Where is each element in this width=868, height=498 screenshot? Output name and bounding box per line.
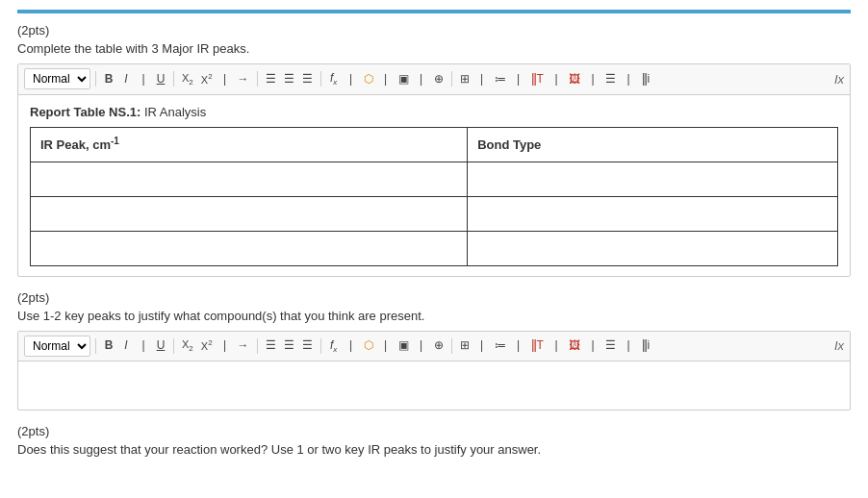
section2-pts: (2pts) xyxy=(17,290,851,305)
list4-btn-1[interactable]: ǁi xyxy=(638,69,653,89)
section1-pts: (2pts) xyxy=(17,23,851,37)
pipe7: | xyxy=(511,69,526,89)
list3-btn-1[interactable]: ☰ xyxy=(602,69,619,89)
table-row xyxy=(31,162,838,196)
report-title: Report Table NS.1: IR Analysis xyxy=(30,105,838,119)
list1-btn-1[interactable]: ≔ xyxy=(492,69,509,89)
section3-instruction: Does this suggest that your reaction wor… xyxy=(17,442,851,457)
pipe10b: | xyxy=(621,336,636,356)
indent2-btn-2[interactable]: ☰ xyxy=(281,336,297,356)
section3: (2pts) Does this suggest that your react… xyxy=(17,424,851,457)
table-row xyxy=(31,231,838,265)
sup-btn-2[interactable]: X2 xyxy=(198,336,216,356)
pipe3b: | xyxy=(344,336,359,356)
sep4b xyxy=(320,338,321,354)
arrow-btn-1[interactable]: → xyxy=(235,69,252,89)
list1-btn-2[interactable]: ≔ xyxy=(492,336,509,356)
pipe6b: | xyxy=(474,336,490,356)
list2-btn-1[interactable]: ǁT xyxy=(528,69,547,89)
sep5b xyxy=(451,338,452,354)
pipe4b: | xyxy=(378,336,394,356)
section2-editor: Normal B I | U X2 X2 | → ☰ ☰ ☰ fx | ⬡ | … xyxy=(17,331,851,411)
sep4 xyxy=(320,71,321,87)
indent2-btn-1[interactable]: ☰ xyxy=(281,69,297,89)
photo-btn-1[interactable]: 🖼 xyxy=(566,69,583,89)
section2-toolbar: Normal B I | U X2 X2 | → ☰ ☰ ☰ fx | ⬡ | … xyxy=(18,332,850,362)
fx-btn-2[interactable]: fx xyxy=(326,336,342,358)
sep5 xyxy=(451,71,452,87)
section1-instruction: Complete the table with 3 Major IR peaks… xyxy=(17,41,851,56)
indent1-btn-2[interactable]: ☰ xyxy=(263,336,279,356)
section2-content[interactable] xyxy=(18,361,850,410)
sup-btn-1[interactable]: X2 xyxy=(198,69,216,89)
report-title-bold: Report Table NS.1: xyxy=(30,105,140,119)
list4-btn-2[interactable]: ǁi xyxy=(638,336,653,356)
italic-btn-1[interactable]: I xyxy=(118,69,134,89)
pipe9b: | xyxy=(585,336,600,356)
link-btn-1[interactable]: ⊕ xyxy=(431,69,447,89)
report-title-normal: IR Analysis xyxy=(140,105,206,119)
table-btn-2[interactable]: ⊞ xyxy=(457,336,472,356)
pipe7b: | xyxy=(511,336,526,356)
pipe6: | xyxy=(474,69,490,89)
pipe2: | xyxy=(217,69,233,89)
list3-btn-2[interactable]: ☰ xyxy=(602,336,619,356)
pipe5b: | xyxy=(414,336,429,356)
indent3-btn-1[interactable]: ☰ xyxy=(299,69,316,89)
sub-btn-1[interactable]: X2 xyxy=(179,69,196,89)
sep2 xyxy=(173,71,174,87)
pipe8: | xyxy=(549,69,564,89)
cell-row2-col1[interactable] xyxy=(31,196,468,231)
clear-btn-1[interactable]: Ix xyxy=(834,72,844,87)
bold-btn-2[interactable]: B xyxy=(101,336,116,356)
bold-btn-1[interactable]: B xyxy=(101,69,116,89)
pipe5: | xyxy=(414,69,429,89)
cell-row2-col2[interactable] xyxy=(468,196,838,231)
pipe3: | xyxy=(344,69,359,89)
indent3-btn-2[interactable]: ☰ xyxy=(299,336,316,356)
image-btn-2[interactable]: ▣ xyxy=(396,336,412,356)
style-select-2[interactable]: Normal xyxy=(24,336,90,357)
chain-btn-1[interactable]: ⬡ xyxy=(361,69,376,89)
list2-btn-2[interactable]: ǁT xyxy=(528,336,547,356)
fx-btn-1[interactable]: fx xyxy=(326,68,342,90)
section3-pts: (2pts) xyxy=(17,424,851,438)
col2-header: Bond Type xyxy=(468,127,838,162)
section1-editor: Normal B I | U X2 X2 | → ☰ ☰ ☰ fx | ⬡ | … xyxy=(17,63,851,277)
sub-btn-2[interactable]: X2 xyxy=(179,336,196,356)
col1-sup: -1 xyxy=(111,136,119,146)
photo-btn-2[interactable]: 🖼 xyxy=(566,336,583,356)
section1-content[interactable]: Report Table NS.1: IR Analysis IR Peak, … xyxy=(18,95,850,276)
section2-instruction: Use 1-2 key peaks to justify what compou… xyxy=(17,309,851,323)
cell-row3-col2[interactable] xyxy=(468,231,838,265)
sep1 xyxy=(95,71,96,87)
style-select-1[interactable]: Normal xyxy=(24,68,90,89)
italic-btn-2[interactable]: I xyxy=(118,336,134,356)
table-btn-1[interactable]: ⊞ xyxy=(457,69,472,89)
image-btn-1[interactable]: ▣ xyxy=(396,69,412,89)
sep-pipe-1: | xyxy=(136,69,151,89)
sep3 xyxy=(257,71,258,87)
section1: (2pts) Complete the table with 3 Major I… xyxy=(17,23,851,277)
col1-label: IR Peak, cm xyxy=(40,138,111,153)
link-btn-2[interactable]: ⊕ xyxy=(431,336,447,356)
pipe4: | xyxy=(378,69,394,89)
pipe2b: | xyxy=(217,336,233,356)
indent1-btn-1[interactable]: ☰ xyxy=(263,69,279,89)
cell-row1-col2[interactable] xyxy=(468,162,838,196)
sep-pipe-2: | xyxy=(136,336,151,356)
sep2b xyxy=(173,338,174,354)
ir-table: IR Peak, cm-1 Bond Type xyxy=(30,127,838,266)
section1-toolbar: Normal B I | U X2 X2 | → ☰ ☰ ☰ fx | ⬡ | … xyxy=(18,64,850,95)
cell-row1-col1[interactable] xyxy=(31,162,468,196)
pipe10: | xyxy=(621,69,636,89)
cell-row3-col1[interactable] xyxy=(31,231,468,265)
chain-btn-2[interactable]: ⬡ xyxy=(361,336,376,356)
clear-btn-2[interactable]: Ix xyxy=(834,338,844,353)
section2: (2pts) Use 1-2 key peaks to justify what… xyxy=(17,290,851,411)
arrow-btn-2[interactable]: → xyxy=(235,336,252,356)
table-row xyxy=(31,196,838,231)
underline-btn-1[interactable]: U xyxy=(153,69,168,89)
sep3b xyxy=(257,338,258,354)
underline-btn-2[interactable]: U xyxy=(153,336,168,356)
